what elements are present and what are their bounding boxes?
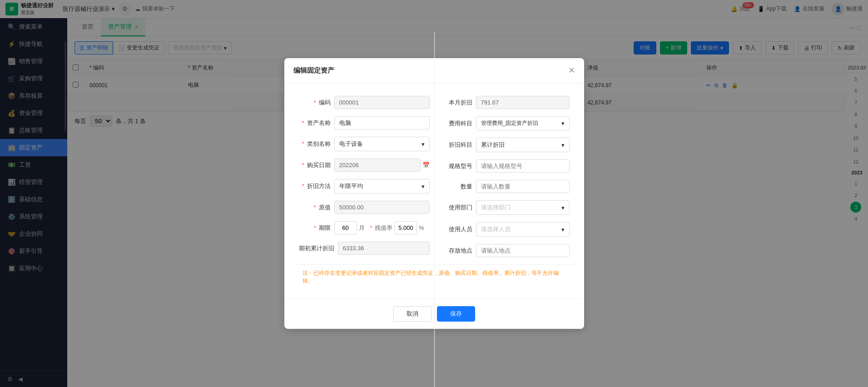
period-input[interactable] — [334, 221, 357, 234]
depreciation-method-value: 年限平均 — [339, 182, 363, 190]
depreciation-subject-value: 累计折旧 — [481, 141, 505, 149]
original-value-label: * 原值 — [299, 203, 331, 212]
location-input[interactable] — [476, 244, 570, 257]
department-select[interactable]: 请选择部门 ▾ — [476, 200, 570, 215]
depreciation-method-select[interactable]: 年限平均 ▾ — [334, 179, 430, 194]
depreciation-subject-row: 折旧科目 累计折旧 ▾ — [435, 134, 575, 156]
department-row: 使用部门 请选择部门 ▾ — [435, 197, 575, 218]
form-divider — [434, 32, 435, 387]
original-value-input[interactable] — [334, 201, 430, 214]
depreciation-method-row: * 折旧方法 年限平均 ▾ — [293, 175, 435, 197]
chevron-down-icon: ▾ — [422, 183, 425, 190]
expense-subject-row: 费用科目 管理费用_固定资产折旧 ▾ — [435, 113, 575, 134]
asset-name-input[interactable] — [334, 116, 430, 129]
chevron-down-icon: ▾ — [422, 141, 425, 148]
person-label: 使用人员 — [441, 225, 472, 233]
initial-accumulated-row: 期初累计折旧 — [293, 238, 435, 258]
monthly-depreciation-row: 本月折旧 — [435, 92, 575, 113]
period-group: 月 * 残值率 % — [334, 221, 430, 234]
modal-close-button[interactable]: ✕ — [568, 65, 575, 75]
original-value-row: * 原值 — [293, 197, 435, 218]
code-row: * 编码 — [293, 92, 435, 113]
spec-label: 规格型号 — [441, 162, 472, 170]
chevron-down-icon: ▾ — [561, 120, 565, 127]
chevron-down-icon: ▾ — [561, 204, 565, 211]
category-row: * 类别名称 电子设备 ▾ — [293, 133, 435, 155]
expense-subject-value: 管理费用_固定资产折旧 — [481, 119, 539, 127]
chevron-down-icon: ▾ — [561, 142, 565, 149]
purchase-date-input[interactable] — [334, 159, 421, 172]
form-left-col: * 编码 * 资产名称 — [293, 92, 435, 261]
person-placeholder: 请选择人员 — [481, 225, 511, 233]
asset-name-label: * 资产名称 — [299, 119, 331, 127]
category-select-value: 电子设备 — [339, 140, 363, 148]
cancel-button[interactable]: 取消 — [393, 306, 432, 322]
period-unit: 月 — [359, 224, 365, 232]
initial-accumulated-label: 期初累计折旧 — [299, 244, 334, 253]
modal-body: * 编码 * 资产名称 — [284, 83, 584, 298]
depreciation-subject-select[interactable]: 累计折旧 ▾ — [476, 138, 570, 152]
purchase-date-label: * 购买日期 — [299, 161, 331, 169]
modal-overlay: 编辑固定资产 ✕ * 编码 — [0, 0, 868, 387]
code-label: * 编码 — [299, 99, 331, 107]
quantity-input[interactable] — [476, 180, 570, 193]
asset-name-row: * 资产名称 — [293, 113, 435, 133]
code-input[interactable] — [334, 96, 430, 109]
period-row: * 期限 月 * 残值率 % — [293, 218, 435, 238]
modal-title: 编辑固定资产 — [293, 66, 334, 75]
residual-rate-input[interactable] — [394, 221, 417, 234]
department-placeholder: 请选择部门 — [481, 203, 511, 212]
calendar-icon[interactable]: 📅 — [422, 162, 430, 169]
category-label: * 类别名称 — [299, 140, 331, 148]
spec-input[interactable] — [476, 159, 570, 173]
edit-asset-modal: 编辑固定资产 ✕ * 编码 — [284, 58, 584, 329]
form-grid: * 编码 * 资产名称 — [293, 92, 575, 261]
person-select[interactable]: 请选择人员 ▾ — [476, 222, 570, 237]
form-right-col: 本月折旧 费用科目 管理费用_固定资产折旧 ▾ 折旧科目 — [435, 92, 575, 261]
purchase-date-row: * 购买日期 📅 — [293, 155, 435, 175]
depreciation-method-label: * 折旧方法 — [299, 182, 331, 190]
location-row: 存放地点 — [435, 240, 575, 261]
spec-row: 规格型号 — [435, 156, 575, 176]
expense-subject-label: 费用科目 — [441, 119, 472, 128]
note-text: 注：已经存在变更记录或者对应固定资产已经生成凭证，原值、购买日期、残值率、累计折… — [303, 270, 559, 284]
residual-rate-unit: % — [419, 224, 424, 231]
quantity-row: 数量 — [435, 176, 575, 197]
initial-accumulated-input[interactable] — [338, 242, 430, 255]
period-label: * 期限 — [299, 224, 331, 232]
category-select[interactable]: 电子设备 ▾ — [334, 137, 430, 151]
save-button[interactable]: 保存 — [437, 306, 475, 322]
location-label: 存放地点 — [441, 247, 472, 255]
quantity-label: 数量 — [441, 183, 472, 191]
monthly-depreciation-label: 本月折旧 — [441, 99, 472, 107]
expense-subject-select[interactable]: 管理费用_固定资产折旧 ▾ — [476, 116, 570, 130]
depreciation-subject-label: 折旧科目 — [441, 141, 472, 149]
person-row: 使用人员 请选择人员 ▾ — [435, 218, 575, 240]
chevron-down-icon: ▾ — [561, 226, 565, 233]
residual-rate-label: * 残值率 — [370, 224, 393, 232]
department-label: 使用部门 — [441, 203, 472, 212]
monthly-depreciation-input — [476, 96, 570, 109]
